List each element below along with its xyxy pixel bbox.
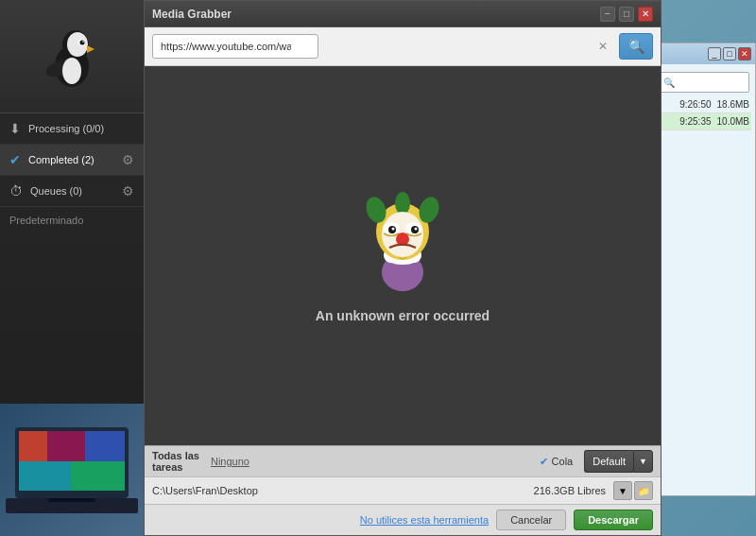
- svg-rect-11: [19, 431, 47, 461]
- error-message: An unknown error occurred: [316, 308, 490, 323]
- filter-toolbar: Todas lastareas Ninguno ✔ Cola Default ▼: [145, 445, 661, 476]
- svg-point-32: [392, 227, 395, 230]
- bg-row2-time: 9:25:35: [679, 116, 711, 127]
- default-dropdown: Default ▼: [584, 450, 653, 473]
- minimize-button[interactable]: −: [600, 7, 615, 22]
- svg-point-33: [415, 227, 418, 230]
- completed-gear-icon[interactable]: ⚙: [122, 152, 134, 167]
- queue-label-text: Cola: [552, 456, 574, 467]
- laptop-illustration: [6, 423, 138, 517]
- search-button[interactable]: 🔍: [619, 33, 653, 60]
- path-dropdown-button[interactable]: ▼: [613, 481, 632, 500]
- search-icon: 🔍: [628, 39, 644, 54]
- filter-all-text: Todas lastareas: [152, 450, 199, 473]
- sidebar: ⬇ Processing (0/0) ✔ Completed (2) ⚙ ⏱ Q…: [0, 0, 144, 536]
- queues-label: Queues (0): [30, 185, 114, 197]
- eagle-logo: [34, 19, 110, 95]
- svg-marker-3: [87, 45, 94, 53]
- bg-row1-time: 9:26:50: [679, 99, 711, 110]
- filter-all-link[interactable]: Todas lastareas: [152, 450, 199, 473]
- sidebar-predeterminado: Predeterminado: [0, 207, 144, 233]
- bg-window-content: 🔍 9:26:50 18.6MB 9:25:35 10.0MB: [653, 64, 755, 134]
- main-window: Media Grabber − □ ✕ ✕ 🔍: [144, 0, 662, 536]
- cancel-button[interactable]: Cancelar: [496, 510, 566, 530]
- predeterminado-text: Predeterminado: [9, 215, 83, 226]
- svg-rect-15: [71, 461, 125, 491]
- close-button[interactable]: ✕: [638, 7, 653, 22]
- bg-search-bar: 🔍: [659, 72, 749, 93]
- storage-info: 216.3GB Libres: [534, 485, 606, 496]
- svg-rect-17: [48, 498, 95, 502]
- sidebar-item-queues[interactable]: ⏱ Queues (0) ⚙: [0, 176, 144, 207]
- bg-row-1: 9:26:50 18.6MB: [657, 96, 751, 113]
- path-folder-button[interactable]: 📁: [634, 481, 653, 500]
- window-title: Media Grabber: [152, 8, 600, 21]
- sidebar-item-processing[interactable]: ⬇ Processing (0/0): [0, 113, 144, 145]
- action-link[interactable]: No utilices esta herramienta: [360, 514, 489, 526]
- svg-rect-12: [47, 431, 85, 461]
- sidebar-thumbnail: [0, 404, 144, 536]
- bg-row2-size: 10.0MB: [717, 116, 749, 127]
- svg-point-5: [80, 40, 85, 44]
- filter-none-link[interactable]: Ninguno: [211, 456, 249, 467]
- svg-point-25: [395, 192, 410, 215]
- svg-point-6: [82, 41, 84, 43]
- bg-row1-size: 18.6MB: [717, 99, 749, 110]
- sidebar-logo: [0, 0, 144, 113]
- window-titlebar: Media Grabber − □ ✕: [145, 1, 661, 27]
- bg-window-titlebar: _ □ ✕: [653, 43, 755, 64]
- background-window: _ □ ✕ 🔍 9:26:50 18.6MB 9:25:35 10.0MB: [652, 43, 756, 496]
- path-bar: C:\Users\Fran\Desktop 216.3GB Libres ▼ 📁: [145, 476, 661, 504]
- svg-point-8: [62, 58, 81, 84]
- completed-label: Completed (2): [28, 154, 114, 165]
- path-text: C:\Users\Fran\Desktop: [152, 485, 526, 496]
- storage-text: 216.3GB Libres: [534, 485, 606, 496]
- titlebar-buttons: − □ ✕: [600, 7, 653, 22]
- maximize-button[interactable]: □: [619, 7, 634, 22]
- url-clear-button[interactable]: ✕: [598, 40, 608, 53]
- default-button[interactable]: Default: [584, 450, 633, 473]
- processing-label: Processing (0/0): [28, 123, 134, 134]
- dropdown-chevron-icon: ▼: [639, 457, 647, 466]
- checkmark-icon: ✔: [540, 456, 548, 468]
- svg-rect-13: [85, 431, 125, 461]
- default-label: Default: [593, 456, 626, 467]
- default-dropdown-arrow[interactable]: ▼: [633, 450, 653, 473]
- svg-point-2: [67, 32, 88, 57]
- download-button[interactable]: Descargar: [574, 510, 653, 530]
- bg-close-button[interactable]: ✕: [738, 47, 751, 61]
- url-bar: ✕ 🔍: [145, 27, 661, 66]
- bg-maximize-button[interactable]: □: [723, 47, 736, 61]
- path-buttons: ▼ 📁: [613, 481, 653, 500]
- filter-none-text: Ninguno: [211, 456, 249, 467]
- queue-check: ✔ Cola: [540, 456, 574, 468]
- url-input-wrapper: ✕: [152, 34, 613, 59]
- queues-gear-icon[interactable]: ⚙: [122, 183, 134, 199]
- clock-icon: ⏱: [9, 183, 23, 199]
- sidebar-item-completed[interactable]: ✔ Completed (2) ⚙: [0, 145, 144, 176]
- url-input[interactable]: [152, 34, 318, 59]
- download-icon: ⬇: [9, 121, 21, 136]
- bg-row-2: 9:25:35 10.0MB: [657, 113, 751, 130]
- error-character: [355, 189, 450, 293]
- thumbnail-image: [0, 404, 144, 536]
- action-bar: No utilices esta herramienta Cancelar De…: [145, 504, 661, 535]
- bg-minimize-button[interactable]: _: [708, 47, 721, 61]
- svg-rect-14: [19, 461, 71, 491]
- content-area: An unknown error occurred: [145, 66, 661, 445]
- check-icon: ✔: [9, 152, 21, 167]
